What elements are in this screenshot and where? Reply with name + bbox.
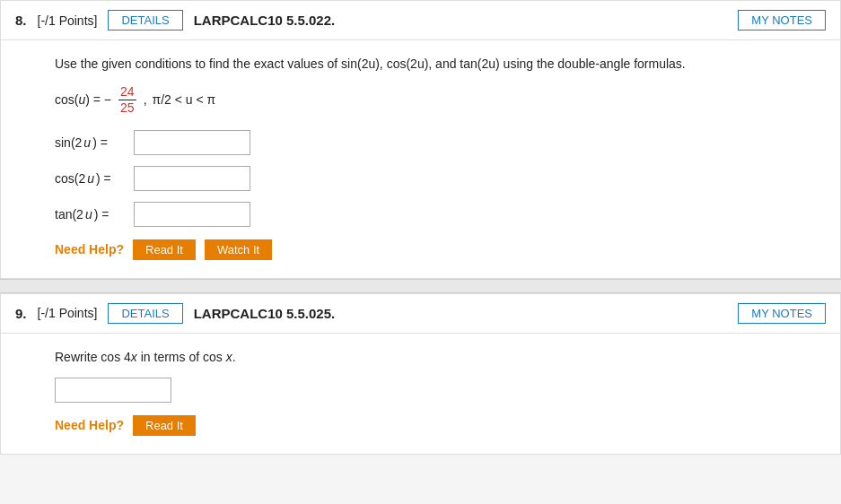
question-8-id: LARPCALC10 5.5.022. [194, 13, 336, 28]
tan2u-label: tan(2u) = [55, 207, 127, 222]
condition-comma: , [144, 92, 147, 107]
fraction-numerator: 24 [118, 84, 136, 100]
question-8-points: [-/1 Points] [38, 13, 98, 28]
condition-cos-text: cos(u) = − [55, 92, 111, 107]
cos2u-input[interactable] [134, 166, 250, 191]
sin2u-input[interactable] [134, 130, 250, 155]
question-9-number: 9. [15, 306, 27, 321]
fraction-24-25: 24 25 [118, 84, 136, 116]
question-8-number: 8. [15, 13, 27, 28]
tan2u-row: tan(2u) = [55, 202, 804, 227]
cos4x-row [55, 378, 804, 403]
question-9-need-help-label: Need Help? [55, 418, 124, 432]
question-8-condition: cos(u) = − 24 25 , π/2 < u < π [55, 84, 804, 116]
separator [0, 279, 841, 293]
fraction-denominator: 25 [118, 100, 136, 116]
question-9-my-notes-button[interactable]: MY NOTES [738, 303, 826, 324]
tan2u-input[interactable] [134, 202, 250, 227]
question-9-body: Rewrite cos 4x in terms of cos x. Need H… [1, 334, 840, 454]
question-8-details-button[interactable]: DETAILS [108, 10, 182, 30]
question-8-watch-it-button[interactable]: Watch It [205, 239, 272, 260]
question-8-need-help-label: Need Help? [55, 242, 124, 256]
question-8-read-it-button[interactable]: Read It [133, 239, 196, 260]
sin2u-label: sin(2u) = [55, 135, 127, 150]
question-9-block: 9. [-/1 Points] DETAILS LARPCALC10 5.5.0… [0, 293, 841, 455]
question-8-my-notes-button[interactable]: MY NOTES [738, 10, 826, 30]
sin2u-row: sin(2u) = [55, 130, 804, 155]
question-9-id: LARPCALC10 5.5.025. [194, 306, 336, 321]
question-8-problem-text: Use the given conditions to find the exa… [55, 55, 804, 74]
question-8-header: 8. [-/1 Points] DETAILS LARPCALC10 5.5.0… [1, 1, 840, 40]
question-8-need-help-row: Need Help? Read It Watch It [55, 239, 804, 260]
question-8-block: 8. [-/1 Points] DETAILS LARPCALC10 5.5.0… [0, 0, 841, 279]
cos2u-label: cos(2u) = [55, 171, 127, 186]
cos2u-row: cos(2u) = [55, 166, 804, 191]
question-8-body: Use the given conditions to find the exa… [1, 40, 840, 278]
question-9-header: 9. [-/1 Points] DETAILS LARPCALC10 5.5.0… [1, 294, 840, 334]
question-9-problem-text: Rewrite cos 4x in terms of cos x. [55, 348, 804, 367]
question-9-need-help-row: Need Help? Read It [55, 415, 804, 436]
cos4x-input[interactable] [55, 378, 171, 403]
question-9-details-button[interactable]: DETAILS [108, 303, 182, 324]
question-9-read-it-button[interactable]: Read It [133, 415, 196, 436]
condition-range: π/2 < u < π [153, 92, 216, 107]
question-9-points: [-/1 Points] [38, 306, 98, 320]
